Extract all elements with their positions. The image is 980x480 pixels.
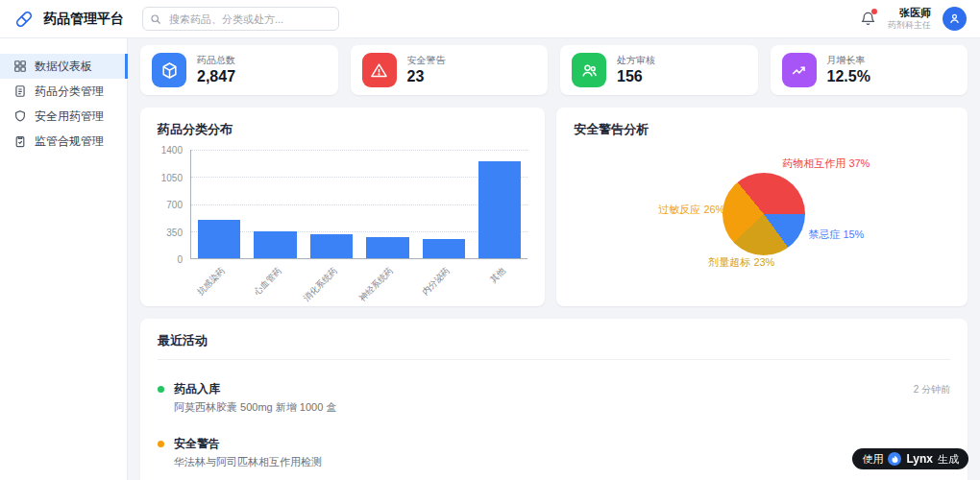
- pie-chart: 药物相互作用 37%过敏反应 26%剂量超标 23%禁忌症 15%: [574, 142, 950, 296]
- activity-head: 最近活动: [158, 332, 950, 360]
- stat-value: 23: [407, 67, 446, 85]
- activity-card: 最近活动 药品入库 阿莫西林胶囊 500mg 新增 1000 盒 2 分钟前 安…: [140, 319, 968, 480]
- x-axis-label: 其他: [487, 265, 508, 286]
- stat-value: 156: [617, 67, 655, 85]
- pie-chart-title: 安全警告分析: [574, 121, 950, 138]
- package-icon: [152, 53, 186, 87]
- main-content: 数据仪表板 最后更新: 2025/8/29 21:31:29 药品总数 2,84…: [128, 0, 980, 480]
- search-input[interactable]: [142, 7, 339, 31]
- bar-slot: 其他: [472, 150, 527, 258]
- sidebar: 数据仪表板 药品分类管理 安全用药管理 监管合规管理: [0, 38, 128, 480]
- bar-slot: 心血管药: [247, 150, 303, 258]
- bar-slot: 抗感染药: [191, 150, 247, 258]
- y-axis-tick-label: 0: [177, 254, 183, 265]
- user-name: 张医师: [888, 7, 931, 20]
- pie-slice-label: 禁忌症 15%: [808, 228, 864, 242]
- charts-row: 药品分类分布 140010507003500 抗感染药 心血管药 消化系统药 神…: [140, 108, 968, 306]
- pie-slice-label: 过敏反应 26%: [658, 203, 724, 217]
- lynx-badge-suffix: 生成: [938, 452, 959, 467]
- bar: [366, 237, 408, 258]
- bar-chart-plot: 抗感染药 心血管药 消化系统药 神经系统药 内分泌药 其他: [190, 150, 527, 259]
- pie-graphic: [723, 173, 805, 255]
- search-icon: [150, 13, 161, 25]
- x-axis-label: 抗感染药: [195, 265, 229, 299]
- lynx-logo-icon: [888, 452, 901, 466]
- activity-item-time: 2 分钟前: [914, 381, 950, 396]
- bar-series: 抗感染药 心血管药 消化系统药 神经系统药 内分泌药 其他: [191, 150, 527, 258]
- lynx-badge[interactable]: 使用 Lynx 生成: [852, 448, 968, 469]
- stat-label: 月增长率: [827, 54, 870, 67]
- activity-title: 最近活动: [158, 332, 950, 349]
- lynx-badge-prefix: 使用: [862, 452, 883, 467]
- y-axis-tick-label: 700: [166, 200, 183, 210]
- user-role: 药剂科主任: [888, 20, 931, 31]
- y-axis-tick-label: 350: [166, 227, 183, 237]
- shield-icon: [13, 109, 27, 123]
- pill-logo-icon: [13, 9, 35, 30]
- x-axis-label: 内分泌药: [419, 265, 453, 299]
- bar: [478, 161, 521, 258]
- bar-slot: 内分泌药: [416, 150, 472, 258]
- notification-bell-icon[interactable]: [860, 11, 876, 27]
- brand: 药品管理平台: [13, 9, 127, 30]
- app-title: 药品管理平台: [43, 11, 124, 28]
- y-axis-tick-label: 1050: [161, 172, 183, 182]
- activity-item-desc: 华法林与阿司匹林相互作用检测: [174, 455, 322, 469]
- sidebar-item[interactable]: 数据仪表板: [0, 54, 127, 79]
- stat-value: 2,847: [197, 67, 235, 85]
- stat-card: 月增长率 12.5%: [771, 45, 968, 95]
- top-header: 药品管理平台 张医师 药剂科主任: [0, 0, 980, 38]
- notification-dot: [871, 9, 877, 14]
- header-right: 张医师 药剂科主任: [860, 7, 967, 31]
- trend-icon: [782, 53, 817, 87]
- stat-label: 安全警告: [407, 54, 446, 67]
- pie-slice-label: 药物相互作用 37%: [782, 156, 870, 171]
- lynx-badge-brand: Lynx: [906, 452, 933, 466]
- activity-dot: [158, 441, 164, 447]
- bar-chart-card: 药品分类分布 140010507003500 抗感染药 心血管药 消化系统药 神…: [140, 108, 545, 306]
- stat-label: 处方审核: [617, 54, 655, 67]
- activity-item-title: 药品入库: [174, 381, 336, 397]
- activity-list: 药品入库 阿莫西林胶囊 500mg 新增 1000 盒 2 分钟前 安全警告 华…: [158, 381, 950, 469]
- activity-row: 药品入库 阿莫西林胶囊 500mg 新增 1000 盒 2 分钟前: [158, 381, 950, 415]
- dashboard-icon: [13, 60, 27, 73]
- users-icon: [572, 53, 606, 87]
- stat-card: 药品总数 2,847: [140, 45, 338, 95]
- user-meta: 张医师 药剂科主任: [888, 7, 931, 31]
- stat-value: 12.5%: [827, 67, 870, 85]
- sidebar-nav: 数据仪表板 药品分类管理 安全用药管理 监管合规管理: [0, 54, 127, 154]
- sidebar-item[interactable]: 安全用药管理: [0, 104, 127, 129]
- stat-label: 药品总数: [197, 54, 235, 67]
- bar-chart-y-axis: 140010507003500: [158, 150, 190, 259]
- stats-row: 药品总数 2,847 安全警告 23 处方审核 156 月增长率 12.5%: [140, 45, 968, 95]
- bar-chart-title: 药品分类分布: [158, 121, 527, 138]
- activity-row: 安全警告 华法林与阿司匹林相互作用检测: [158, 436, 950, 469]
- bar-slot: 消化系统药: [304, 150, 359, 258]
- bar-slot: 神经系统药: [359, 150, 415, 258]
- sidebar-item-label: 药品分类管理: [35, 84, 104, 100]
- bar: [310, 234, 353, 258]
- alert-icon: [362, 53, 397, 87]
- document-icon: [13, 84, 27, 98]
- bar: [423, 239, 465, 258]
- sidebar-item[interactable]: 药品分类管理: [0, 79, 127, 104]
- activity-item-desc: 阿莫西林胶囊 500mg 新增 1000 盒: [174, 400, 336, 415]
- y-axis-tick-label: 1400: [161, 145, 183, 156]
- stat-card: 处方审核 156: [560, 45, 758, 95]
- avatar[interactable]: [943, 7, 967, 31]
- pie-chart-card: 安全警告分析 药物相互作用 37%过敏反应 26%剂量超标 23%禁忌症 15%: [556, 108, 968, 306]
- sidebar-item[interactable]: 监管合规管理: [0, 129, 127, 154]
- bar-chart: 140010507003500 抗感染药 心血管药 消化系统药 神经系统药 内分…: [158, 150, 527, 259]
- clipboard-icon: [13, 134, 27, 148]
- stat-card: 安全警告 23: [351, 45, 549, 95]
- x-axis-label: 消化系统药: [301, 265, 340, 304]
- activity-dot: [158, 386, 164, 393]
- sidebar-item-label: 监管合规管理: [35, 133, 104, 150]
- bar: [198, 220, 240, 258]
- activity-item-title: 安全警告: [174, 436, 322, 452]
- pie-slice-label: 剂量超标 23%: [708, 255, 774, 270]
- x-axis-label: 神经系统药: [357, 265, 397, 304]
- sidebar-item-label: 数据仪表板: [35, 59, 92, 75]
- bar: [254, 231, 296, 258]
- sidebar-item-label: 安全用药管理: [35, 108, 104, 125]
